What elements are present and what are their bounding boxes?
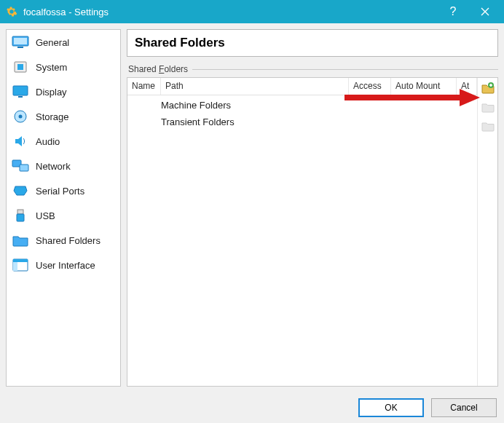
- group-transient-folders[interactable]: Transient Folders: [127, 114, 477, 130]
- section-header: Shared Folders: [128, 64, 498, 74]
- column-at[interactable]: At: [457, 78, 477, 95]
- titlebar: focalfossa - Settings ?: [0, 0, 504, 23]
- close-button[interactable]: [469, 0, 501, 23]
- sidebar-item-system[interactable]: System: [7, 55, 120, 79]
- table-toolbar: [477, 78, 497, 386]
- sidebar-item-label: Storage: [36, 111, 69, 122]
- sidebar-item-label: User Interface: [36, 260, 95, 271]
- sidebar-item-display[interactable]: Display: [7, 79, 120, 104]
- gear-icon: [6, 6, 17, 17]
- add-share-button[interactable]: [481, 81, 495, 95]
- main-panel: Shared Folders Shared Folders Name Path …: [127, 29, 498, 387]
- column-auto-mount[interactable]: Auto Mount: [391, 78, 457, 95]
- section-divider: [192, 69, 498, 70]
- serial-icon: [11, 183, 30, 199]
- table-body[interactable]: Machine Folders Transient Folders: [127, 95, 477, 386]
- cancel-button[interactable]: Cancel: [431, 398, 497, 417]
- svg-rect-10: [20, 165, 28, 171]
- svg-rect-11: [17, 210, 23, 214]
- disk-icon: [11, 108, 30, 124]
- sidebar-item-general[interactable]: General: [7, 30, 120, 55]
- sidebar-item-label: Serial Ports: [36, 186, 84, 197]
- sidebar-item-shared-folders[interactable]: Shared Folders: [7, 228, 120, 253]
- chip-icon: [11, 59, 30, 75]
- sidebar-item-label: Shared Folders: [36, 235, 101, 246]
- sidebar-item-user-interface[interactable]: User Interface: [7, 253, 120, 277]
- column-name[interactable]: Name: [127, 78, 161, 95]
- svg-rect-4: [17, 64, 23, 70]
- sidebar-item-label: Audio: [36, 136, 60, 147]
- sidebar: General System Display Storage Audio Net…: [6, 29, 121, 387]
- folder-icon: [11, 232, 30, 248]
- dialog-footer: OK Cancel: [0, 392, 504, 423]
- sidebar-item-usb[interactable]: USB: [7, 203, 120, 228]
- window-body: General System Display Storage Audio Net…: [0, 23, 504, 392]
- help-button[interactable]: ?: [437, 0, 469, 23]
- sidebar-item-label: Network: [36, 161, 71, 172]
- section-label: Shared Folders: [128, 64, 188, 74]
- sidebar-item-label: USB: [36, 210, 55, 221]
- sidebar-item-serial-ports[interactable]: Serial Ports: [7, 178, 120, 203]
- network-icon: [11, 158, 30, 174]
- sidebar-item-label: Display: [36, 87, 67, 98]
- svg-point-8: [19, 115, 23, 119]
- monitor-icon: [11, 34, 30, 50]
- panel-title: Shared Folders: [127, 29, 498, 57]
- sidebar-item-network[interactable]: Network: [7, 154, 120, 178]
- svg-rect-1: [14, 38, 27, 44]
- svg-rect-5: [13, 86, 28, 95]
- column-access[interactable]: Access: [349, 78, 391, 95]
- column-path[interactable]: Path: [161, 78, 349, 95]
- sidebar-item-storage[interactable]: Storage: [7, 104, 120, 129]
- display-icon: [11, 84, 30, 100]
- sidebar-item-audio[interactable]: Audio: [7, 129, 120, 154]
- speaker-icon: [11, 133, 30, 149]
- svg-rect-2: [17, 47, 23, 48]
- sidebar-item-label: System: [36, 62, 67, 73]
- sidebar-item-label: General: [36, 37, 69, 48]
- window-title: focalfossa - Settings: [23, 7, 437, 17]
- group-machine-folders[interactable]: Machine Folders: [127, 97, 477, 114]
- edit-share-button: [481, 100, 495, 114]
- ok-button[interactable]: OK: [358, 398, 424, 417]
- settings-window: focalfossa - Settings ? General System D…: [0, 0, 504, 423]
- svg-rect-12: [17, 214, 24, 221]
- shared-folders-table: Name Path Access Auto Mount At Machine F…: [127, 77, 498, 387]
- svg-rect-14: [13, 259, 28, 262]
- table-header: Name Path Access Auto Mount At: [127, 78, 477, 95]
- svg-rect-15: [13, 262, 17, 271]
- svg-rect-6: [18, 96, 23, 98]
- remove-share-button: [481, 119, 495, 133]
- usb-icon: [11, 207, 30, 224]
- layout-icon: [11, 257, 30, 273]
